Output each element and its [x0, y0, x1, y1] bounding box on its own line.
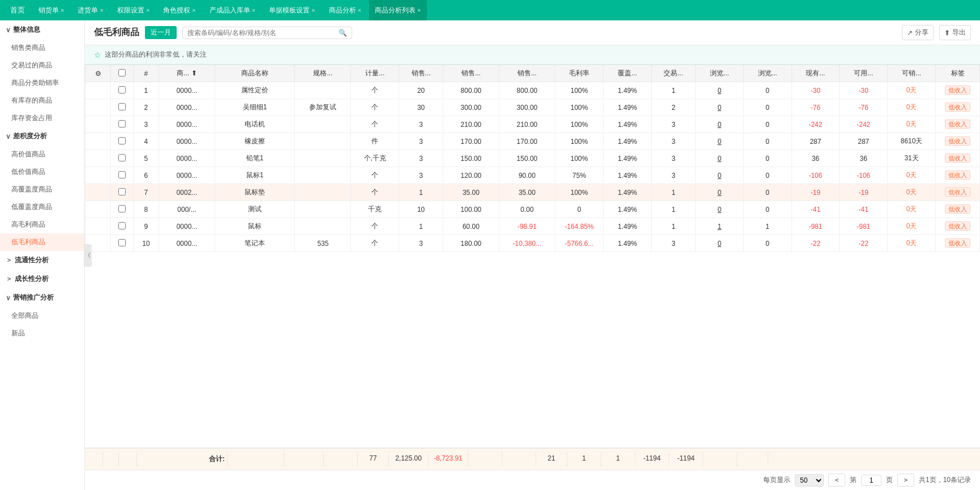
row-unit: 件: [351, 133, 399, 150]
nav-analysis-close[interactable]: ×: [358, 7, 361, 14]
export-button[interactable]: ⬆ 导出: [939, 25, 971, 40]
col-saleable[interactable]: 可销...: [888, 65, 936, 82]
sidebar-item-capital[interactable]: 库存资金占用: [0, 109, 84, 127]
per-page-select[interactable]: 50 100: [795, 474, 824, 487]
nav-template-close[interactable]: ×: [311, 7, 315, 14]
export-icon: ⬆: [944, 29, 950, 37]
col-tag[interactable]: 标签: [936, 65, 980, 82]
col-check[interactable]: [111, 65, 134, 82]
sidebar-item-low-margin[interactable]: 低毛利商品: [0, 233, 84, 251]
col-code[interactable]: 商... ⬆: [159, 65, 215, 82]
row-trade: 3: [652, 235, 696, 252]
nav-sales[interactable]: 销货单 ×: [33, 0, 70, 20]
row-checkbox[interactable]: [111, 167, 134, 184]
row-browse1[interactable]: 0: [695, 82, 743, 99]
nav-analysis-list-close[interactable]: ×: [417, 7, 421, 14]
row-checkbox[interactable]: [111, 201, 134, 218]
col-unit[interactable]: 计量...: [351, 65, 399, 82]
row-browse1[interactable]: 0: [695, 184, 743, 201]
row-browse1[interactable]: 0: [695, 150, 743, 167]
col-coverage[interactable]: 覆盖...: [604, 65, 652, 82]
col-settings[interactable]: ⚙: [85, 65, 111, 82]
nav-purchase-close[interactable]: ×: [100, 7, 103, 14]
row-browse1[interactable]: 1: [695, 218, 743, 235]
sidebar-item-new-goods[interactable]: 新品: [0, 325, 84, 342]
nav-permission[interactable]: 权限设置 ×: [112, 0, 155, 20]
search-icon[interactable]: 🔍: [339, 29, 347, 37]
prev-page-btn[interactable]: ＜: [828, 474, 845, 487]
row-browse1[interactable]: 0: [695, 167, 743, 184]
sidebar-item-low-value[interactable]: 低价值商品: [0, 163, 84, 181]
row-browse1[interactable]: 0: [695, 133, 743, 150]
sidebar-item-all-goods[interactable]: 全部商品: [0, 307, 84, 325]
select-all-checkbox[interactable]: [118, 69, 126, 76]
nav-template[interactable]: 单据模板设置 ×: [263, 0, 320, 20]
search-input[interactable]: [187, 29, 339, 37]
row-browse2: 0: [743, 99, 791, 116]
col-browse1[interactable]: 浏览...: [695, 65, 743, 82]
row-browse1[interactable]: 0: [695, 235, 743, 252]
row-browse1[interactable]: 0: [695, 201, 743, 218]
sidebar-item-high-margin[interactable]: 高毛利商品: [0, 216, 84, 233]
group-growth-arrow: ＞: [6, 274, 12, 284]
sidebar-item-in-stock[interactable]: 有库存的商品: [0, 92, 84, 109]
nav-role[interactable]: 角色授权 ×: [157, 0, 201, 20]
sidebar-group-overall[interactable]: ∨ 整体信息: [0, 20, 84, 39]
sidebar-item-high-value[interactable]: 高价值商品: [0, 146, 84, 163]
sidebar-item-low-coverage[interactable]: 低覆盖度商品: [0, 198, 84, 216]
footer-cells: 合计: 77 2,125.00 -8,723.91 21 1 1 -1194 -…: [85, 452, 980, 466]
col-profit[interactable]: 销售...: [499, 65, 555, 82]
sidebar-group-growth[interactable]: ＞ 成长性分析: [0, 270, 84, 288]
col-name[interactable]: 商品名称: [215, 65, 295, 82]
main-content: 低毛利商品 近一月 🔍 ↗ 分享 ⬆ 导出 ☆ 这部分商品的利润非常低，请关注: [85, 20, 980, 490]
row-checkbox[interactable]: [111, 116, 134, 133]
row-settings: [85, 167, 111, 184]
row-tag: 低收入: [936, 184, 980, 201]
sidebar-item-sales-goods[interactable]: 销售类商品: [0, 39, 84, 57]
col-available[interactable]: 可用...: [840, 65, 888, 82]
page-number-input[interactable]: [861, 475, 881, 486]
sidebar-group-marketing[interactable]: ∨ 营销推广分析: [0, 288, 84, 307]
nav-goods-analysis-list[interactable]: 商品分析列表 ×: [369, 0, 426, 20]
row-checkbox[interactable]: [111, 184, 134, 201]
group-overall-arrow: ∨: [6, 26, 11, 34]
row-checkbox[interactable]: [111, 82, 134, 99]
col-gross-rate[interactable]: 毛利率: [555, 65, 603, 82]
row-checkbox[interactable]: [111, 150, 134, 167]
col-browse2[interactable]: 浏览...: [743, 65, 791, 82]
row-browse1[interactable]: 0: [695, 99, 743, 116]
footer-empty10: [737, 452, 768, 466]
row-tag: 低收入: [936, 218, 980, 235]
col-trade[interactable]: 交易...: [652, 65, 696, 82]
row-checkbox[interactable]: [111, 218, 134, 235]
row-checkbox[interactable]: [111, 235, 134, 252]
col-qty[interactable]: 销售...: [399, 65, 443, 82]
sidebar-group-value[interactable]: ∨ 差积度分析: [0, 127, 84, 146]
row-checkbox[interactable]: [111, 133, 134, 150]
share-button[interactable]: ↗ 分享: [902, 25, 934, 40]
col-current[interactable]: 现有...: [791, 65, 840, 82]
sidebar-item-high-coverage[interactable]: 高覆盖度商品: [0, 181, 84, 198]
nav-role-close[interactable]: ×: [192, 7, 195, 14]
sidebar-group-flow[interactable]: ＞ 流通性分析: [0, 251, 84, 270]
nav-finished-close[interactable]: ×: [252, 7, 255, 14]
col-amount[interactable]: 销售...: [443, 65, 499, 82]
next-page-btn[interactable]: ＞: [897, 474, 914, 487]
nav-goods-analysis[interactable]: 商品分析 ×: [323, 0, 367, 20]
row-checkbox[interactable]: [111, 99, 134, 116]
sidebar-item-traded-goods[interactable]: 交易过的商品: [0, 57, 84, 74]
table-row: 8 000/... 测试 千克 10 100.00 0.00 0 1.49% 1…: [85, 201, 980, 218]
row-gross-rate: -5766.6...: [555, 235, 603, 252]
nav-permission-close[interactable]: ×: [146, 7, 149, 14]
sidebar-item-category-rate[interactable]: 商品分类助销率: [0, 74, 84, 92]
sidebar-collapse-btn[interactable]: 《: [84, 244, 92, 267]
col-spec[interactable]: 规格...: [295, 65, 351, 82]
nav-purchase[interactable]: 进货单 ×: [72, 0, 109, 20]
row-profit: 0.00: [499, 201, 555, 218]
filter-button[interactable]: 近一月: [145, 26, 177, 39]
nav-sales-close[interactable]: ×: [61, 7, 64, 14]
nav-finished-goods[interactable]: 产成品入库单 ×: [204, 0, 261, 20]
row-browse1[interactable]: 0: [695, 116, 743, 133]
nav-home[interactable]: 首页: [5, 0, 31, 20]
row-tag: 低收入: [936, 133, 980, 150]
